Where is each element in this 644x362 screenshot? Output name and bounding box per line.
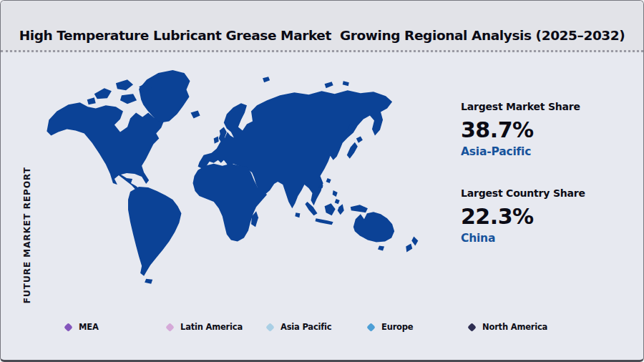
world-map-shapes — [47, 70, 418, 284]
legend-marker-icon — [165, 323, 175, 332]
legend-label: Europe — [381, 322, 413, 332]
legend-marker-icon — [467, 323, 477, 332]
stat-label: Largest Country Share — [461, 187, 633, 199]
stat-region: Asia-Pacific — [461, 145, 633, 158]
legend-item-europe: Europe — [368, 320, 413, 334]
stat-value: 38.7% — [461, 117, 633, 142]
legend-item-asia-pacific: Asia Pacific — [267, 320, 331, 334]
stat-label: Largest Market Share — [461, 101, 633, 112]
stat-largest-market-share: Largest Market Share 38.7% Asia-Pacific — [461, 101, 633, 158]
legend-label: MEA — [79, 322, 99, 332]
legend-item-latin-america: Latin America — [167, 320, 243, 334]
legend-item-north-america: North America — [469, 320, 547, 334]
brand-watermark: FUTURE MARKET REPORT — [22, 167, 32, 303]
page-title: High Temperature Lubricant Grease Market… — [19, 28, 625, 50]
infographic-card: High Temperature Lubricant Grease Market… — [0, 0, 644, 362]
stat-value: 22.3% — [461, 204, 633, 229]
legend-label: Latin America — [180, 322, 243, 332]
stat-largest-country-share: Largest Country Share 22.3% China — [461, 187, 633, 245]
stat-region: China — [461, 232, 633, 245]
legend-marker-icon — [64, 323, 73, 332]
legend-item-mea: MEA — [65, 320, 99, 334]
legend-label: Asia Pacific — [280, 322, 331, 332]
legend-marker-icon — [366, 323, 376, 332]
legend-label: North America — [482, 322, 547, 332]
legend-marker-icon — [265, 323, 275, 332]
header-band: High Temperature Lubricant Grease Market… — [1, 1, 643, 52]
legend: MEA Latin America Asia Pacific Europe No… — [1, 320, 643, 334]
world-map — [42, 61, 460, 313]
